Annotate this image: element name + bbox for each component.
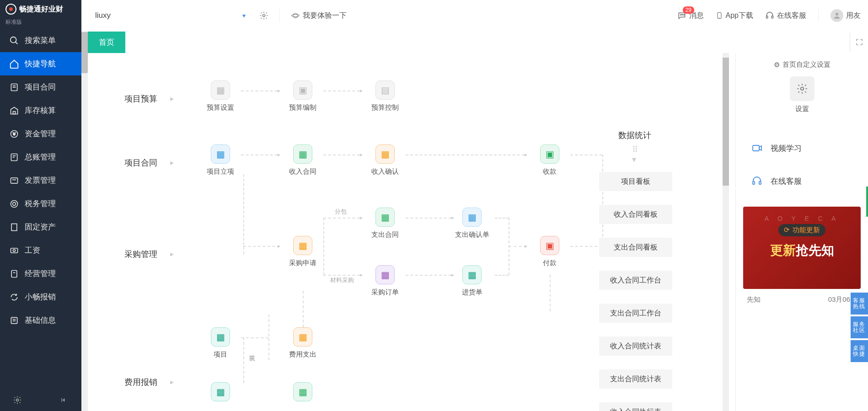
svg-rect-11 xyxy=(11,178,18,183)
nav-ledger[interactable]: 总账管理 xyxy=(0,145,81,169)
doc-icon: ▦ xyxy=(293,382,312,401)
gear-icon[interactable] xyxy=(259,11,268,20)
node-budget-control[interactable]: ▤预算控制 xyxy=(367,80,403,112)
branch-label: 分包 xyxy=(335,208,347,216)
edge-community[interactable]: 服务社区 xyxy=(851,316,868,338)
svg-point-31 xyxy=(680,15,681,16)
nav-label: 固定资产 xyxy=(25,222,56,232)
section-expense: 费用报销 xyxy=(124,377,157,388)
gear-icon: ⚙ xyxy=(774,61,780,69)
fullscreen-icon[interactable] xyxy=(850,33,868,51)
stat-income-exec[interactable]: 收入合同执行表 xyxy=(599,402,672,411)
avatar-icon xyxy=(830,9,843,22)
stat-income-report[interactable]: 收入合同统计表 xyxy=(599,336,672,356)
online-service-button[interactable]: 在线客服 xyxy=(765,11,806,21)
svg-rect-40 xyxy=(753,145,759,151)
org-selector[interactable]: liuxy ▾ xyxy=(95,11,254,20)
node-project-init[interactable]: ▦项目立项 xyxy=(202,144,239,176)
edge-shortcut[interactable]: 桌面快捷 xyxy=(851,340,868,362)
phone-icon xyxy=(716,11,723,20)
main-scrollbar[interactable] xyxy=(723,53,729,411)
svg-rect-27 xyxy=(62,398,62,402)
settings-icon[interactable] xyxy=(13,395,22,405)
stat-expense-report[interactable]: 支出合同统计表 xyxy=(599,369,672,389)
node-purchase-order[interactable]: ▦采购订单 xyxy=(367,265,403,297)
nav-fixed-assets[interactable]: 固定资产 xyxy=(0,215,81,239)
doc-plus-icon: ▦ xyxy=(293,144,312,164)
download-label: App下载 xyxy=(726,11,753,21)
nav-label: 发票管理 xyxy=(25,175,56,186)
nav-quick-navigation[interactable]: 快捷导航 xyxy=(0,52,81,75)
user-menu[interactable]: 用友 xyxy=(830,9,861,22)
tax-icon xyxy=(9,199,19,209)
nav-reimbursement[interactable]: 小畅报销 xyxy=(0,285,81,309)
node-payment[interactable]: ▣付款 xyxy=(531,236,568,267)
stat-income-board[interactable]: 收入合同看板 xyxy=(599,205,672,224)
node-project[interactable]: ▦项目 xyxy=(202,327,239,359)
nav-tax[interactable]: 税务管理 xyxy=(0,192,81,215)
node-extra2[interactable]: ▦ xyxy=(284,382,321,405)
svg-rect-43 xyxy=(759,181,761,184)
news-row[interactable]: 先知 03月06日 xyxy=(743,289,861,310)
nav-invoice[interactable]: 发票管理 xyxy=(0,169,81,192)
clipboard-icon xyxy=(9,269,19,279)
experience-link[interactable]: 我要体验一下 xyxy=(291,11,347,21)
node-income-contract[interactable]: ▦收入合同 xyxy=(284,144,321,176)
node-expense-confirm[interactable]: ▦支出确认单 xyxy=(454,208,490,239)
doc-icon: ▦ xyxy=(462,208,482,227)
rp-header: ⚙ 首页自定义设置 xyxy=(743,60,861,69)
node-extra1[interactable]: ▦ xyxy=(202,382,239,405)
edge-hotline[interactable]: 客服热线 xyxy=(851,293,868,315)
right-panel: ⚙ 首页自定义设置 设置 视频学习 在线客服 A O Y E C A ⟳ 功能更… xyxy=(735,53,868,411)
service-label: 在线客服 xyxy=(777,11,806,21)
edge-quick-buttons: 客服热线 服务社区 桌面快捷 xyxy=(851,293,868,362)
message-button[interactable]: 29 消息 xyxy=(677,11,704,21)
arrow-icon: ▸ xyxy=(170,378,177,385)
node-budget-setup[interactable]: ▦预算设置 xyxy=(202,80,239,112)
building-icon xyxy=(9,222,19,232)
node-budget-compile[interactable]: ▣预算编制 xyxy=(284,80,321,112)
settings-button[interactable] xyxy=(790,76,814,101)
nav-project-contract[interactable]: 项目合同 xyxy=(0,75,81,99)
money-icon: ¥ xyxy=(9,129,19,139)
nav-business-management[interactable]: 经营管理 xyxy=(0,262,81,285)
node-expense-payout[interactable]: ▦费用支出 xyxy=(284,327,321,359)
headset-icon xyxy=(765,11,774,20)
svg-rect-18 xyxy=(11,248,18,253)
node-income-confirm[interactable]: ▦收入确认 xyxy=(367,144,403,176)
nav-search-menu[interactable]: 搜索菜单 xyxy=(0,29,81,52)
svg-point-32 xyxy=(682,15,683,16)
node-goods-receipt[interactable]: ▦进货单 xyxy=(454,265,490,297)
connector xyxy=(323,91,360,91)
online-service-button-2[interactable]: 在线客服 xyxy=(743,165,861,197)
banner-text: 更新抢先知 xyxy=(770,242,834,259)
section-contract: 项目合同 xyxy=(124,157,157,168)
connector xyxy=(323,218,324,275)
nav-fund-management[interactable]: ¥ 资金管理 xyxy=(0,122,81,145)
stat-project-board[interactable]: 项目看板 xyxy=(599,172,672,191)
svg-point-29 xyxy=(293,13,298,18)
nav-basic-info[interactable]: 基础信息 xyxy=(0,309,81,332)
stat-expense-board[interactable]: 支出合同看板 xyxy=(599,238,672,257)
svg-point-14 xyxy=(13,202,16,205)
tab-home[interactable]: 首页 xyxy=(88,32,125,53)
svg-point-0 xyxy=(11,37,16,43)
app-download-button[interactable]: App下载 xyxy=(716,11,753,21)
update-banner[interactable]: A O Y E C A ⟳ 功能更新 更新抢先知 xyxy=(743,207,861,289)
node-purchase-request[interactable]: ▦采购申请 xyxy=(284,236,321,267)
nav-salary[interactable]: 工资 xyxy=(0,239,81,262)
sidebar-scrollbar[interactable] xyxy=(81,31,88,411)
node-receipt[interactable]: ▣收款 xyxy=(531,144,568,176)
stat-expense-workbench[interactable]: 支出合同工作台 xyxy=(599,304,672,323)
connector xyxy=(241,155,278,155)
collapse-icon[interactable] xyxy=(59,396,69,404)
video-learning-button[interactable]: 视频学习 xyxy=(743,132,861,165)
connector xyxy=(323,155,360,155)
node-expense-contract[interactable]: ▦支出合同 xyxy=(367,208,403,239)
stat-income-workbench[interactable]: 收入合同工作台 xyxy=(599,271,672,290)
section-purchase: 采购管理 xyxy=(124,249,157,260)
svg-point-19 xyxy=(13,249,16,251)
doc-icon: ▤ xyxy=(375,80,395,100)
connector xyxy=(406,218,451,219)
nav-inventory[interactable]: 库存核算 xyxy=(0,99,81,122)
